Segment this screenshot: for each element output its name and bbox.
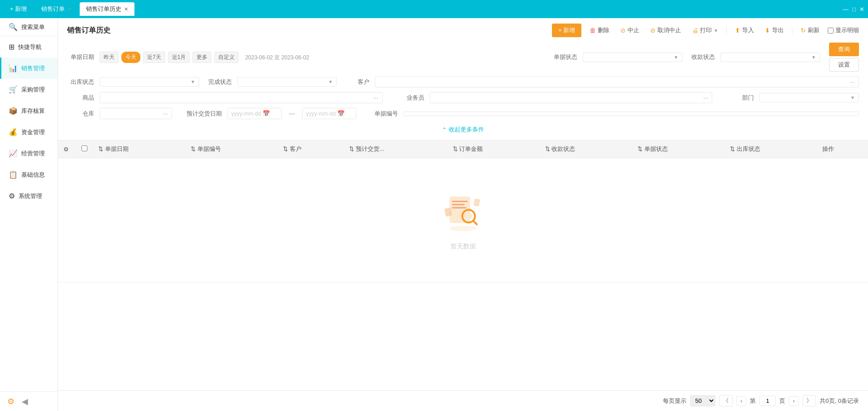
sidebar-item-purchase-mgmt[interactable]: 🛒 采购管理 bbox=[0, 79, 58, 100]
product-dots-icon[interactable]: ··· bbox=[374, 94, 379, 101]
sys-mgmt-icon: ⚙ bbox=[9, 192, 15, 200]
minimize-button[interactable]: — bbox=[843, 6, 849, 13]
product-input[interactable]: ··· bbox=[100, 92, 383, 103]
table-header: ⚙ ⇅ 单据日期 ⇅ 单据编号 ⇅ 客户 ⇅ 预计交货... bbox=[58, 140, 868, 158]
product-label: 商品 bbox=[67, 94, 94, 102]
export-icon: ⬇ bbox=[765, 27, 770, 34]
query-button[interactable]: 查询 bbox=[829, 43, 859, 56]
close-window-button[interactable]: ✕ bbox=[859, 6, 864, 13]
print-button[interactable]: 🖨 打印 ▼ bbox=[689, 24, 721, 36]
cancel-stop-button[interactable]: ⊘ 取消中止 bbox=[647, 24, 684, 36]
show-detail-label: 显示明细 bbox=[835, 26, 859, 34]
select-all-checkbox[interactable] bbox=[82, 145, 87, 151]
svg-rect-4 bbox=[452, 207, 466, 208]
sidebar-item-sales-mgmt[interactable]: 📊 销售管理 bbox=[0, 58, 58, 79]
customer-label: 客户 bbox=[342, 78, 369, 86]
table-col-customer[interactable]: ⇅ 客户 bbox=[278, 140, 344, 158]
date-btn-7days[interactable]: 近7天 bbox=[143, 52, 165, 63]
customer-input[interactable]: ··· bbox=[375, 76, 859, 87]
complete-status-arrow: ▼ bbox=[328, 79, 333, 84]
collapse-more-btn[interactable]: ⌃ 收起更多条件 bbox=[67, 124, 859, 135]
sidebar-item-operations[interactable]: 📈 经营管理 bbox=[0, 143, 58, 164]
salesperson-label: 业务员 bbox=[397, 94, 424, 102]
delete-button[interactable]: 🗑 删除 bbox=[587, 24, 612, 36]
date-btn-1month[interactable]: 近1月 bbox=[168, 52, 190, 63]
table-col-order-status[interactable]: ⇅ 单据状态 bbox=[632, 140, 724, 158]
table-col-payment-status[interactable]: ⇅ 收款状态 bbox=[540, 140, 632, 158]
import-button[interactable]: ⬆ 导入 bbox=[732, 24, 757, 36]
table-col-settings[interactable]: ⚙ bbox=[58, 140, 76, 158]
tab-sales-order-history[interactable]: 销售订单历史 ✕ bbox=[80, 2, 134, 16]
tab-sales-order-history-label: 销售订单历史 bbox=[86, 5, 121, 13]
tab-home[interactable]: + 新增 bbox=[4, 2, 33, 16]
date-btn-custom[interactable]: 自定义 bbox=[214, 52, 239, 63]
salesperson-dots-icon[interactable]: ··· bbox=[703, 94, 708, 101]
page-size-select[interactable]: 50 10 20 100 bbox=[690, 395, 715, 406]
table-col-out-status[interactable]: ⇅ 出库状态 bbox=[724, 140, 817, 158]
operations-icon: 📈 bbox=[9, 149, 18, 158]
svg-line-7 bbox=[473, 221, 477, 224]
tab-sales-order-history-close[interactable]: ✕ bbox=[124, 6, 128, 12]
stop-icon: ⊘ bbox=[620, 27, 626, 34]
collapse-sidebar-icon[interactable]: ◀ bbox=[22, 396, 28, 406]
delivery-date-end[interactable]: yyyy-mm-dd 📅 bbox=[302, 108, 356, 119]
last-page-button[interactable]: 》 bbox=[802, 395, 816, 406]
current-page-input[interactable] bbox=[759, 396, 776, 406]
date-btn-more[interactable]: 更多 bbox=[192, 52, 211, 63]
calendar-end-icon[interactable]: 📅 bbox=[337, 110, 345, 117]
page-title: 销售订单历史 bbox=[67, 26, 110, 35]
show-detail-checkbox[interactable] bbox=[828, 28, 834, 34]
top-tabbar: + 新增 销售订单 ✕ 销售订单历史 ✕ — □ ✕ bbox=[0, 0, 868, 18]
tab-sales-order[interactable]: 销售订单 ✕ bbox=[35, 2, 78, 16]
tab-sales-order-close[interactable]: ✕ bbox=[67, 6, 72, 12]
show-detail-control[interactable]: 显示明细 bbox=[828, 26, 859, 34]
refresh-button[interactable]: ↻ 刷新 bbox=[798, 24, 822, 36]
payment-status-select[interactable]: ▼ bbox=[720, 53, 820, 62]
payment-status-label: 收款状态 bbox=[688, 53, 715, 61]
table-col-date[interactable]: ⇅ 单据日期 bbox=[93, 140, 185, 158]
order-no-input[interactable] bbox=[403, 111, 859, 116]
sidebar-item-base-info[interactable]: 📋 基础信息 bbox=[0, 164, 58, 185]
table-col-amount[interactable]: ⇅ 订单金额 bbox=[447, 140, 540, 158]
date-btn-today[interactable]: 今天 bbox=[121, 52, 140, 63]
settings-bottom-icon[interactable]: ⚙ bbox=[7, 396, 14, 406]
stop-button[interactable]: ⊘ 中止 bbox=[618, 24, 642, 36]
table-header-row: ⚙ ⇅ 单据日期 ⇅ 单据编号 ⇅ 客户 ⇅ 预计交货... bbox=[58, 140, 868, 158]
department-select[interactable]: ▼ bbox=[759, 93, 859, 102]
next-page-button[interactable]: › bbox=[789, 396, 799, 406]
table-wrapper: ⚙ ⇅ 单据日期 ⇅ 单据编号 ⇅ 客户 ⇅ 预计交货... bbox=[58, 140, 868, 390]
empty-state: 暂无数据 bbox=[63, 163, 863, 278]
table-col-checkbox[interactable] bbox=[76, 140, 93, 158]
customer-dots-icon[interactable]: ··· bbox=[850, 78, 855, 85]
order-status-select[interactable]: ▼ bbox=[583, 53, 682, 62]
maximize-button[interactable]: □ bbox=[852, 6, 856, 13]
collapse-label: 收起更多条件 bbox=[449, 126, 484, 134]
salesperson-input[interactable]: ··· bbox=[430, 92, 713, 103]
export-button[interactable]: ⬇ 导出 bbox=[762, 24, 786, 36]
prev-page-button[interactable]: ‹ bbox=[736, 396, 746, 406]
sidebar-item-inventory[interactable]: 📦 库存核算 bbox=[0, 100, 58, 121]
first-page-button[interactable]: 《 bbox=[719, 395, 733, 406]
page-title-row: 销售订单历史 + 新增 🗑 删除 ⊘ 中止 ⊘ 取消中止 bbox=[67, 24, 859, 37]
stop-label: 中止 bbox=[628, 26, 639, 34]
table-col-order-no[interactable]: ⇅ 单据编号 bbox=[185, 140, 278, 158]
finance-icon: 💰 bbox=[9, 128, 18, 136]
new-button[interactable]: + 新增 bbox=[552, 24, 581, 37]
sidebar-search[interactable]: 🔍 搜索菜单 bbox=[0, 18, 58, 36]
col-payment-status-label: ⇅ 收款状态 bbox=[545, 145, 575, 152]
calendar-start-icon[interactable]: 📅 bbox=[263, 110, 270, 117]
sidebar-item-sys-mgmt[interactable]: ⚙ 系统管理 bbox=[0, 185, 58, 207]
out-status-select[interactable]: ▼ bbox=[100, 77, 199, 87]
warehouse-input[interactable]: ··· bbox=[100, 108, 172, 119]
date-btn-yesterday[interactable]: 昨天 bbox=[100, 52, 119, 63]
warehouse-dots-icon[interactable]: ··· bbox=[163, 110, 168, 117]
base-info-icon: 📋 bbox=[9, 170, 18, 179]
setting-button[interactable]: 设置 bbox=[829, 58, 859, 72]
refresh-icon: ↻ bbox=[801, 27, 806, 34]
complete-status-select[interactable]: ▼ bbox=[237, 77, 337, 87]
sidebar-item-finance[interactable]: 💰 资金管理 bbox=[0, 121, 58, 143]
table-col-delivery-date[interactable]: ⇅ 预计交货... bbox=[344, 140, 447, 158]
print-arrow: ▼ bbox=[714, 28, 718, 33]
delivery-date-start[interactable]: yyyy-mm-dd 📅 bbox=[227, 108, 282, 119]
sidebar-item-quick-nav[interactable]: ⊞ 快捷导航 bbox=[0, 36, 58, 58]
